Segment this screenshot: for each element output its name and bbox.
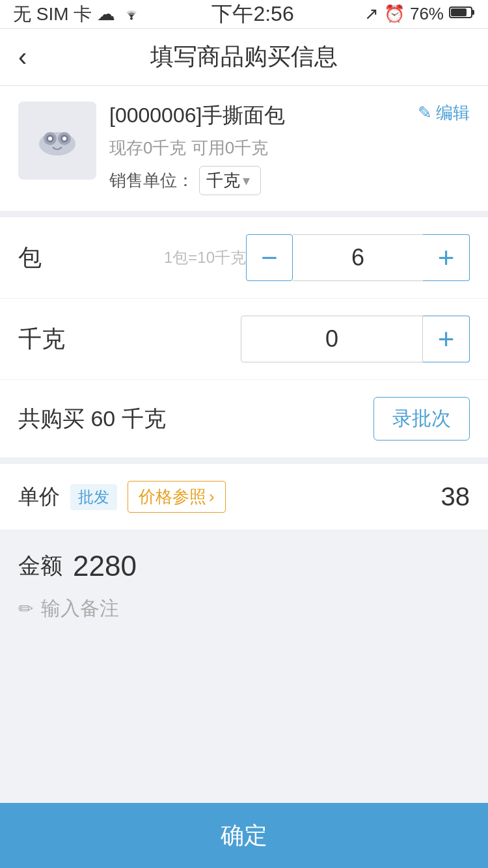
sim-status: 无 SIM 卡 ☁: [13, 2, 115, 27]
edit-icon: ✎: [418, 103, 432, 123]
bao-qty-control: − +: [246, 234, 470, 281]
bao-qty-input[interactable]: [293, 234, 423, 281]
price-section: 单价 批发 价格参照 › 38: [0, 464, 488, 530]
price-badge: 批发: [70, 484, 117, 510]
svg-point-9: [48, 137, 52, 141]
product-name: [0000006]手撕面包: [109, 102, 470, 130]
wifi-icon: [122, 4, 141, 25]
product-info: [0000006]手撕面包 现存0千克 可用0千克 销售单位： 千克 ▾: [109, 102, 470, 195]
unit-selector[interactable]: 千克 ▾: [199, 166, 261, 195]
product-stock: 现存0千克 可用0千克: [109, 137, 470, 159]
amount-row: 金额 2280: [18, 550, 470, 582]
svg-point-0: [130, 17, 133, 20]
svg-point-10: [62, 137, 66, 141]
price-ref-arrow-icon: ›: [209, 487, 215, 507]
unit-label: 销售单位：: [109, 169, 194, 192]
edit-button[interactable]: ✎ 编辑: [418, 102, 470, 124]
remark-text: 输入备注: [41, 595, 119, 622]
bao-minus-button[interactable]: −: [246, 234, 293, 281]
kg-label: 千克: [18, 323, 241, 355]
nav-title: 填写商品购买信息: [150, 41, 338, 73]
summary-row: 共购买 60 千克 录批次: [0, 380, 488, 464]
product-unit: 销售单位： 千克 ▾: [109, 166, 470, 195]
status-bar-left: 无 SIM 卡 ☁: [13, 2, 141, 27]
bao-hint: 1包=10千克: [164, 247, 246, 268]
amount-section: 金额 2280 ✏ 输入备注: [0, 530, 488, 635]
price-ref-button[interactable]: 价格参照 ›: [128, 481, 226, 513]
bao-input-row: 包 1包=10千克 − +: [0, 217, 488, 299]
batch-button[interactable]: 录批次: [373, 397, 470, 441]
price-value: 38: [441, 482, 470, 511]
battery-text: 76%: [410, 4, 444, 24]
status-bar: 无 SIM 卡 ☁ 下午2:56 ↗ ⏰ 76%: [0, 0, 488, 29]
product-thumbnail: [18, 102, 96, 180]
back-button[interactable]: ‹: [18, 42, 27, 72]
owl-logo-icon: [34, 124, 80, 157]
nav-bar: ‹ 填写商品购买信息: [0, 29, 488, 86]
kg-input-row: 千克 +: [0, 299, 488, 379]
remark-row[interactable]: ✏ 输入备注: [18, 595, 470, 622]
kg-plus-button[interactable]: +: [423, 316, 470, 362]
dropdown-arrow-icon: ▾: [243, 172, 250, 189]
amount-label: 金额: [18, 551, 62, 581]
summary-text: 共购买 60 千克: [18, 404, 166, 434]
bao-label: 包: [18, 242, 157, 274]
battery-icon: [449, 4, 475, 24]
kg-qty-control: +: [241, 316, 470, 362]
svg-rect-3: [451, 8, 467, 16]
bao-plus-button[interactable]: +: [423, 234, 470, 281]
location-icon: ↗: [364, 4, 379, 24]
input-section: 包 1包=10千克 − + 千克 +: [0, 217, 488, 380]
alarm-icon: ⏰: [384, 4, 405, 24]
kg-qty-input[interactable]: [241, 316, 423, 362]
amount-value: 2280: [73, 550, 137, 582]
product-card: [0000006]手撕面包 现存0千克 可用0千克 销售单位： 千克 ▾ ✎ 编…: [0, 86, 488, 217]
svg-rect-2: [472, 10, 474, 15]
confirm-button[interactable]: 确定: [0, 803, 488, 868]
edit-remark-icon: ✏: [18, 598, 33, 619]
status-bar-right: ↗ ⏰ 76%: [364, 4, 475, 24]
status-bar-time: 下午2:56: [211, 0, 293, 29]
price-label: 单价: [18, 483, 60, 511]
